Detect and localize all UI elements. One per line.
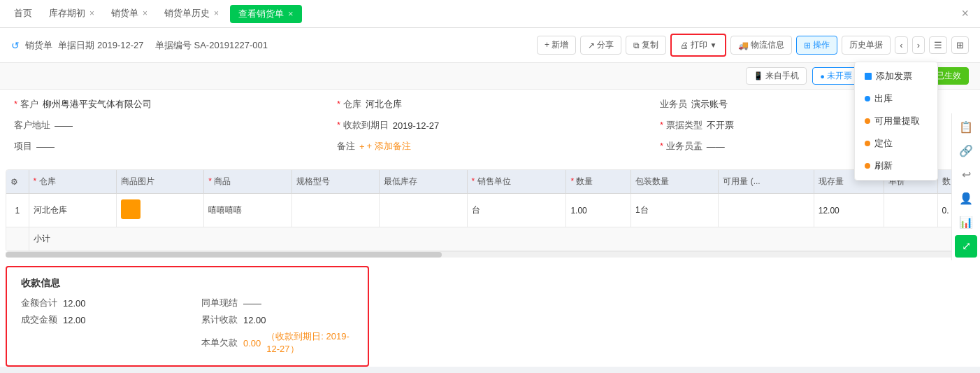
row-stock: 12.00 (814, 194, 884, 227)
dropdown-locate[interactable]: 定位 (855, 132, 937, 155)
doc-date-value: 2019-12-27 (97, 40, 144, 50)
transaction-value: 12.00 (63, 315, 86, 325)
form-row-2: 客户地址 —— 收款到期日 2019-12-27 票据类型 不开票 (14, 119, 966, 132)
sidebar-chart-icon[interactable]: 📊 (955, 211, 977, 234)
note-field: 备注 + + 添加备注 (337, 140, 643, 153)
ticket-type-value: 不开票 (707, 119, 734, 132)
cumulative-label: 累计收款 (201, 314, 238, 326)
same-order-value: —— (243, 298, 261, 309)
add-note-button[interactable]: + + 添加备注 (359, 140, 411, 153)
col-warehouse: * 仓库 (29, 170, 116, 194)
staff-value: 演示账号 (691, 98, 728, 111)
copy-button[interactable]: ⧉ 复制 (626, 36, 666, 55)
doc-title-area: ↺ 销货单 (11, 39, 52, 52)
refresh-icon (865, 163, 870, 169)
main-content: ↺ 销货单 单据日期 2019-12-27 单据编号 SA-20191227-0… (0, 28, 980, 367)
print-button[interactable]: 🖨 打印 ▼ (673, 36, 723, 54)
toolbar-secondary: 📱 来自手机 ● 未开票 ✓ 已核销 ✓ 已生效 (0, 63, 980, 90)
row-product-image (116, 194, 203, 227)
sidebar-notes-icon[interactable]: 📋 (955, 116, 977, 139)
row-unit-price (884, 194, 937, 227)
salesperson-value: —— (707, 141, 725, 152)
staff-label: 业务员 (660, 98, 687, 111)
nav-next-button[interactable]: › (912, 36, 925, 54)
project-label: 项目 (14, 140, 32, 153)
dropdown-available-qty[interactable]: 可用量提取 (855, 110, 937, 132)
row-available (719, 194, 814, 227)
add-note-icon: + (359, 141, 365, 152)
scroll-thumb[interactable] (6, 252, 442, 258)
payment-title: 收款信息 (21, 277, 354, 290)
tab-sales-order[interactable]: 销货单 × (103, 0, 156, 28)
tab-close-inventory[interactable]: × (89, 8, 94, 18)
total-value: 12.00 (63, 298, 86, 309)
add-invoice-icon (865, 73, 872, 80)
subtotal-label: 小计 (29, 227, 974, 251)
note-label: 备注 (337, 140, 355, 153)
tab-close-history[interactable]: × (214, 8, 219, 18)
transaction-row: 成交金额 12.00 (21, 314, 173, 326)
new-button[interactable]: + 新增 (537, 36, 576, 55)
col-spec: 规格型号 (291, 170, 379, 194)
doc-type-label: 销货单 (25, 39, 52, 52)
window-close-button[interactable]: × (956, 6, 974, 21)
warehouse-label: 仓库 (337, 98, 361, 111)
customer-value: 柳州粤港平安气体有限公司 (43, 98, 152, 111)
table-row: 1 河北仓库 嘻嘻嘻嘻 台 1.00 1台 12 (6, 194, 974, 227)
share-button[interactable]: ↗ 分享 (580, 36, 621, 55)
product-table: ⚙ * 仓库 商品图片 * 商品 规格型号 最低库存 * 销售单位 * 数量 包… (6, 170, 974, 251)
available-qty-icon (865, 118, 870, 124)
sidebar-user-icon[interactable]: 👤 (955, 188, 977, 210)
product-thumbnail (121, 199, 140, 219)
history-button[interactable]: 历史单据 (842, 36, 891, 55)
transaction-label: 成交金额 (21, 314, 57, 326)
form-row-1: 客户 柳州粤港平安气体有限公司 仓库 河北仓库 业务员 演示账号 (14, 98, 966, 111)
doc-date-item: 单据日期 2019-12-27 (58, 39, 144, 52)
logistics-button[interactable]: 🚚 物流信息 (730, 36, 792, 55)
salesperson-label: 业务员盂 (660, 140, 702, 153)
customer-label: 客户 (14, 98, 38, 111)
address-field: 客户地址 —— (14, 119, 320, 132)
col-product-image: 商品图片 (116, 170, 203, 194)
form-section: 客户 柳州粤港平安气体有限公司 仓库 河北仓库 业务员 演示账号 客户地址 (0, 90, 980, 169)
print-highlight-box: 🖨 打印 ▼ (670, 34, 726, 57)
sidebar-return-icon[interactable]: ↩ (955, 164, 977, 186)
view-list-button[interactable]: ☰ (929, 36, 947, 54)
dropdown-outbound[interactable]: 出库 (855, 87, 937, 110)
col-package-qty: 包装数量 (630, 170, 718, 194)
product-table-container: ⚙ * 仓库 商品图片 * 商品 规格型号 最低库存 * 销售单位 * 数量 包… (6, 169, 974, 252)
sidebar-expand-icon[interactable]: ⤢ (955, 235, 977, 258)
scroll-hint[interactable] (6, 252, 974, 258)
col-settings[interactable]: ⚙ (6, 170, 29, 194)
total-label: 金额合计 (21, 297, 57, 309)
row-warehouse: 河北仓库 (29, 194, 116, 227)
view-grid-button[interactable]: ⊞ (951, 36, 969, 54)
row-quantity: 1.00 (566, 194, 631, 227)
toolbar-right: + 新增 ↗ 分享 ⧉ 复制 🖨 打印 (537, 34, 969, 57)
tab-home[interactable]: 首页 (6, 0, 41, 28)
payment-date-value: 2019-12-27 (393, 120, 440, 131)
cumulative-value: 12.00 (243, 315, 266, 325)
tab-view-sales-order[interactable]: 查看销货单 × (230, 5, 302, 23)
same-order-label: 同单现结 (201, 297, 238, 309)
col-quantity: * 数量 (566, 170, 631, 194)
row-package-qty: 1台 (630, 194, 718, 227)
dropdown-refresh[interactable]: 刷新 (855, 155, 937, 177)
col-available: 可用量 (... (719, 170, 814, 194)
col-product: * 商品 (204, 170, 291, 194)
dropdown-add-invoice[interactable]: 添加发票 (855, 65, 937, 87)
tab-close-view[interactable]: × (288, 8, 294, 19)
outbound-icon (865, 96, 870, 101)
nav-prev-button[interactable]: ‹ (895, 36, 907, 54)
sidebar-link-icon[interactable]: 🔗 (955, 140, 977, 162)
doc-icon: ↺ (11, 40, 20, 51)
from-phone-button[interactable]: 📱 来自手机 (746, 67, 807, 85)
tab-close-sales[interactable]: × (143, 8, 147, 18)
operations-button[interactable]: ⊞ 操作 (796, 36, 837, 55)
tab-inventory-init[interactable]: 库存期初 × (41, 0, 103, 28)
doc-date-label: 单据日期 (58, 39, 94, 52)
tab-sales-history[interactable]: 销货单历史 × (156, 0, 227, 28)
not-open-ticket-button[interactable]: ● 未开票 (812, 67, 860, 85)
add-note-label: + 添加备注 (367, 140, 411, 153)
payment-date-field: 收款到期日 2019-12-27 (337, 119, 643, 132)
